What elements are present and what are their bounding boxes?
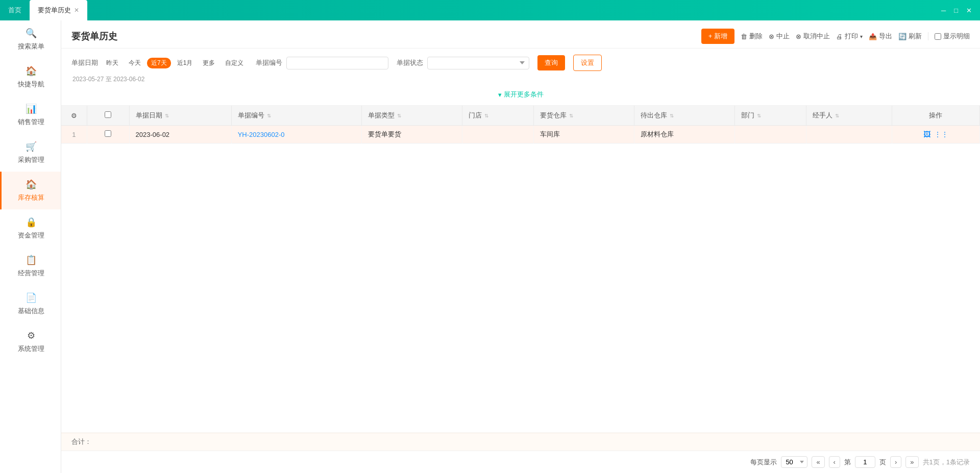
tab-home-label: 首页 (8, 6, 21, 15)
row-idx: 1 (61, 126, 87, 144)
row-no-link[interactable]: YH-20230602-0 (238, 131, 285, 138)
sidebar-item-operation[interactable]: 📋 经营管理 (0, 247, 61, 285)
no-col-header: 单据编号 ⇅ (231, 106, 361, 126)
row-op-view[interactable]: 🖼 (923, 130, 930, 138)
next-page-button[interactable]: › (890, 456, 901, 468)
filter-bar: 单据日期 昨天 今天 近7天 近1月 更多 自定义 单据编号 (61, 49, 980, 106)
date-tab-more[interactable]: 更多 (199, 58, 219, 68)
row-date: 2023-06-02 (129, 126, 231, 144)
sidebar-item-finance[interactable]: 🔒 资金管理 (0, 209, 61, 247)
filter-date-range-row: 2023-05-27 至 2023-06-02 (71, 73, 970, 84)
op-col-header: 操作 (892, 106, 979, 126)
date-tab-yesterday[interactable]: 昨天 (102, 58, 122, 68)
tab-bar: 首页 要货单历史 ✕ (0, 0, 941, 20)
filter-row-1: 单据日期 昨天 今天 近7天 近1月 更多 自定义 单据编号 (71, 55, 970, 71)
tab-doc-history[interactable]: 要货单历史 ✕ (30, 0, 87, 20)
no-sort-icon[interactable]: ⇅ (267, 113, 271, 119)
row-dept (734, 126, 806, 144)
print-icon: 🖨 (836, 33, 843, 40)
page-info: 共1页，1条记录 (923, 458, 970, 467)
refresh-button[interactable]: 🔄 刷新 (898, 32, 922, 41)
sidebar-item-system[interactable]: ⚙ 系统管理 (0, 323, 61, 361)
tab-home[interactable]: 首页 (0, 0, 30, 20)
system-icon: ⚙ (27, 330, 35, 341)
filter-group-docno: 单据编号 (256, 57, 388, 69)
main-layout: 🔍 搜索菜单 🏠 快捷导航 📊 销售管理 🛒 采购管理 🏠 库存核算 🔒 资金管… (0, 20, 980, 473)
close-icon[interactable]: ✕ (966, 7, 972, 14)
date-sort-icon[interactable]: ⇅ (165, 113, 169, 119)
expand-icon: ▾ (498, 91, 502, 99)
display-toggle[interactable]: 显示明细 (935, 32, 970, 41)
sidebar: 🔍 搜索菜单 🏠 快捷导航 📊 销售管理 🛒 采购管理 🏠 库存核算 🔒 资金管… (0, 20, 61, 473)
expand-filter-button[interactable]: ▾ 展开更多条件 (498, 90, 544, 99)
page-input[interactable] (855, 456, 875, 468)
to-wh-sort-icon[interactable]: ⇅ (670, 113, 674, 119)
pagination: 每页显示 50 10 20 100 « ‹ 第 页 › » 共1页，1条记录 (61, 451, 980, 473)
home-icon: 🏠 (26, 65, 37, 77)
sidebar-item-search[interactable]: 🔍 搜索菜单 (0, 20, 61, 58)
date-tab-1month[interactable]: 近1月 (173, 58, 197, 68)
prev-page-button[interactable]: ‹ (829, 456, 840, 468)
row-no[interactable]: YH-20230602-0 (231, 126, 361, 144)
cancel-stop-button[interactable]: ⊗ 取消中止 (796, 32, 830, 41)
sidebar-item-quicknav[interactable]: 🏠 快捷导航 (0, 58, 61, 96)
finance-icon: 🔒 (26, 217, 37, 228)
sidebar-item-purchase[interactable]: 🛒 采购管理 (0, 134, 61, 172)
maximize-icon[interactable]: □ (954, 7, 958, 14)
minimize-icon[interactable]: ─ (941, 7, 946, 14)
cancel-stop-label: 取消中止 (803, 32, 830, 41)
row-op-edit[interactable]: ⋮⋮ (934, 130, 948, 138)
tab-doc-history-label: 要货单历史 (38, 6, 71, 15)
jump-prefix: 第 (844, 458, 851, 467)
page-size-select[interactable]: 50 10 20 100 (781, 456, 807, 468)
stop-label: 中止 (776, 32, 790, 41)
row-op: 🖼 ⋮⋮ (892, 126, 979, 144)
dept-sort-icon[interactable]: ⇅ (757, 113, 761, 119)
new-button[interactable]: + 新增 (701, 29, 734, 44)
type-col-header: 单据类型 ⇅ (362, 106, 462, 126)
stop-button[interactable]: ⊗ 中止 (769, 32, 790, 41)
page-size-label: 每页显示 (750, 458, 777, 467)
print-button[interactable]: 🖨 打印 ▾ (836, 32, 863, 41)
display-checkbox[interactable] (935, 33, 941, 40)
handler-sort-icon[interactable]: ⇅ (835, 113, 839, 119)
date-tab-today[interactable]: 今天 (125, 58, 145, 68)
sidebar-item-purchase-label: 采购管理 (18, 155, 44, 164)
query-button[interactable]: 查询 (537, 55, 565, 70)
delete-button[interactable]: 🗑 删除 (741, 32, 763, 41)
status-select[interactable] (427, 57, 529, 69)
sidebar-item-basic[interactable]: 📄 基础信息 (0, 285, 61, 323)
type-sort-icon[interactable]: ⇅ (397, 113, 401, 119)
settings-col-header[interactable]: ⚙ (61, 106, 87, 126)
from-wh-col-header: 要货仓库 ⇅ (533, 106, 634, 126)
tab-close-icon[interactable]: ✕ (74, 7, 79, 14)
sidebar-item-sales-label: 销售管理 (18, 117, 44, 127)
table-container: ⚙ 单据日期 ⇅ 单据编号 (61, 106, 980, 433)
sidebar-item-sales[interactable]: 📊 销售管理 (0, 96, 61, 134)
docno-input[interactable] (286, 57, 388, 69)
expand-label: 展开更多条件 (504, 90, 544, 99)
settings-button[interactable]: 设置 (573, 55, 602, 71)
store-sort-icon[interactable]: ⇅ (484, 113, 488, 119)
last-page-button[interactable]: » (905, 456, 918, 468)
first-page-button[interactable]: « (812, 456, 824, 468)
export-label: 导出 (879, 32, 892, 41)
date-tab-custom[interactable]: 自定义 (221, 58, 248, 68)
content-area: 要货单历史 + 新增 🗑 删除 ⊗ 中止 ⊗ 取消中止 🖨 打印 (61, 20, 980, 473)
from-wh-sort-icon[interactable]: ⇅ (569, 113, 573, 119)
row-checkbox[interactable] (105, 130, 111, 137)
export-button[interactable]: 📤 导出 (869, 32, 892, 41)
checkbox-col-header[interactable] (87, 106, 129, 126)
date-tab-7days[interactable]: 近7天 (147, 58, 171, 68)
sidebar-item-quicknav-label: 快捷导航 (18, 80, 44, 89)
select-all-checkbox[interactable] (105, 111, 111, 118)
toolbar-divider (928, 32, 928, 40)
sidebar-item-system-label: 系统管理 (18, 344, 44, 353)
sidebar-item-search-label: 搜索菜单 (18, 42, 44, 51)
print-dropdown-icon: ▾ (860, 34, 863, 39)
dept-col-header: 部门 ⇅ (734, 106, 806, 126)
table-header-row: ⚙ 单据日期 ⇅ 单据编号 (61, 106, 980, 126)
sidebar-item-inventory[interactable]: 🏠 库存核算 (0, 172, 61, 209)
filter-group-date: 单据日期 昨天 今天 近7天 近1月 更多 自定义 (71, 58, 248, 68)
row-checkbox-cell[interactable] (87, 126, 129, 144)
